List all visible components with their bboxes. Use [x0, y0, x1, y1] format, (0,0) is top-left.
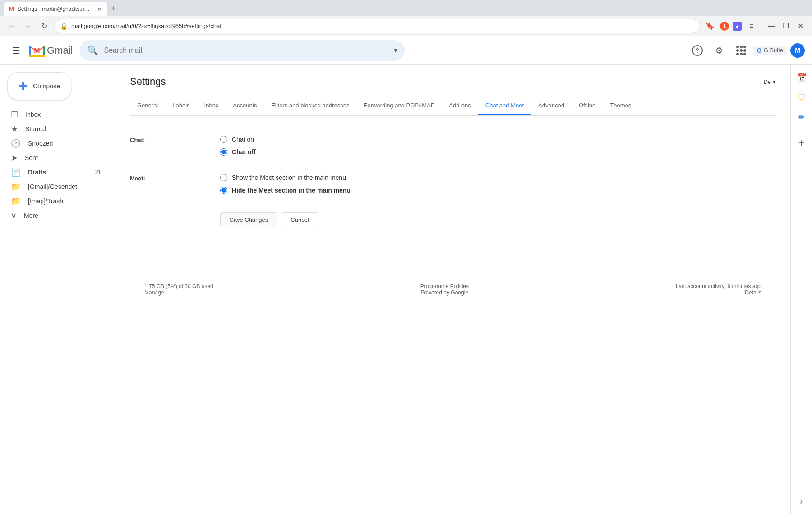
button-row: Save Changes Cancel: [130, 203, 776, 236]
settings-button[interactable]: ⚙: [710, 41, 728, 60]
tab-offline[interactable]: Offline: [572, 96, 603, 115]
nav-forward-button[interactable]: →: [22, 20, 34, 32]
save-changes-button[interactable]: Save Changes: [220, 212, 277, 227]
sidebar-item-starred[interactable]: ★ Starred: [0, 122, 108, 136]
back-icon: ←: [8, 22, 15, 30]
sidebar-item-more[interactable]: ∨ More: [0, 208, 108, 223]
menu-icon: ≡: [749, 22, 753, 30]
add-icon: +: [798, 137, 804, 149]
compose-label: Compose: [33, 83, 60, 90]
calendar-button[interactable]: 📅: [793, 69, 811, 87]
storage-text: 1.75 GB (5%) of 30 GB used: [144, 283, 213, 289]
tab-labels[interactable]: Labels: [165, 96, 197, 115]
meet-label: Meet:: [130, 174, 220, 182]
hamburger-icon: ☰: [12, 45, 20, 56]
cancel-button[interactable]: Cancel: [281, 212, 318, 227]
edit-button[interactable]: ✏: [793, 108, 811, 126]
compose-plus-icon: ✚: [18, 80, 28, 92]
starred-icon: ★: [11, 124, 18, 134]
apps-icon: [736, 46, 745, 55]
gsuite-badge[interactable]: G G Suite: [753, 46, 787, 55]
lang-dropdown-icon: ▾: [773, 78, 776, 85]
inbox-icon: ☐: [11, 110, 18, 119]
meet-show-label: Show the Meet section in the main menu: [232, 174, 346, 181]
tab-close-icon[interactable]: ✕: [97, 6, 102, 13]
browser-tab-active[interactable]: M Settings - martin@ghacks.net - G ✕: [4, 2, 107, 16]
sent-icon: ➤: [11, 153, 18, 163]
right-sidebar: 📅 🛡 ✏ + ›: [790, 65, 812, 514]
sidebar-item-inbox[interactable]: ☐ Inbox: [0, 107, 108, 122]
chat-on-option[interactable]: Chat on: [220, 136, 776, 143]
trash-icon: 📁: [11, 196, 21, 206]
chat-on-radio[interactable]: [220, 136, 227, 143]
minimize-button[interactable]: —: [765, 20, 778, 32]
help-button[interactable]: ?: [688, 41, 706, 60]
gsuite-label: G Suite: [764, 47, 783, 54]
address-bar[interactable]: 🔒 mail.google.com/mail/u/0/?zx=8iqxazdt9…: [54, 19, 700, 33]
chat-off-option[interactable]: Chat off: [220, 148, 776, 156]
shield-button[interactable]: 🛡: [793, 88, 811, 106]
tab-advanced[interactable]: Advanced: [531, 96, 572, 115]
browser-menu-button[interactable]: ≡: [745, 20, 758, 32]
details-link[interactable]: Details: [745, 289, 761, 296]
language-selector[interactable]: De ▾: [763, 78, 776, 85]
tab-accounts[interactable]: Accounts: [226, 96, 264, 115]
shield-icon: 🛡: [798, 93, 806, 102]
meet-show-option[interactable]: Show the Meet section in the main menu: [220, 174, 776, 181]
meet-show-radio[interactable]: [220, 174, 227, 181]
expand-button[interactable]: ›: [793, 492, 811, 510]
new-tab-button[interactable]: +: [107, 4, 120, 13]
close-button[interactable]: ✕: [794, 20, 807, 32]
meet-settings-row: Meet: Show the Meet section in the main …: [130, 165, 776, 203]
bookmark-button[interactable]: 🔖: [704, 20, 716, 32]
tab-filters[interactable]: Filters and blocked addresses: [264, 96, 357, 115]
lock-icon: 🔒: [60, 23, 68, 30]
settings-title: Settings: [130, 76, 166, 87]
bookmark-icon: 🔖: [706, 22, 715, 30]
nav-back-button[interactable]: ←: [5, 20, 18, 32]
maximize-button[interactable]: ❐: [780, 20, 792, 32]
chat-off-label: Chat off: [232, 148, 256, 156]
inbox-label: Inbox: [25, 111, 41, 118]
tab-general[interactable]: General: [130, 96, 165, 115]
sidebar-item-snoozed[interactable]: 🕐 Snoozed: [0, 136, 108, 151]
sidebar-item-sent[interactable]: ➤ Sent: [0, 151, 108, 165]
forward-icon: →: [24, 22, 32, 30]
settings-footer: 1.75 GB (5%) of 30 GB used Manage Progra…: [130, 272, 776, 307]
tab-themes[interactable]: Themes: [603, 96, 638, 115]
content-area: ✚ Compose ☐ Inbox ★ Starred 🕐 Snoozed ➤ …: [0, 65, 812, 514]
settings-icon: ⚙: [715, 45, 723, 56]
chat-on-label: Chat on: [232, 136, 254, 143]
footer-center: Programme Policies Powered by Google: [420, 283, 469, 296]
search-input[interactable]: [104, 46, 388, 55]
gesendet-icon: 📁: [11, 182, 21, 192]
nav-refresh-button[interactable]: ↻: [38, 20, 51, 32]
tab-title: Settings - martin@ghacks.net - G: [18, 6, 90, 12]
extension-icon: ▲: [733, 22, 742, 31]
meet-hide-option[interactable]: Hide the Meet section in the main menu: [220, 187, 776, 194]
manage-link[interactable]: Manage: [144, 289, 164, 296]
gsuite-g: G: [757, 47, 762, 54]
meet-options: Show the Meet section in the main menu H…: [220, 174, 776, 194]
meet-hide-radio[interactable]: [220, 187, 227, 194]
chat-options: Chat on Chat off: [220, 136, 776, 156]
tab-chat[interactable]: Chat and Meet: [478, 96, 531, 115]
compose-button[interactable]: ✚ Compose: [7, 72, 71, 100]
search-bar[interactable]: 🔍 ▾: [80, 40, 405, 61]
tab-inbox[interactable]: Inbox: [197, 96, 226, 115]
chat-off-radio[interactable]: [220, 148, 227, 156]
tab-addons[interactable]: Add-ons: [442, 96, 478, 115]
gmail-app: ☰ M Gmail 🔍 ▾ ? ⚙: [0, 36, 812, 514]
sidebar-item-trash[interactable]: 📁 [Imap]/Trash: [0, 194, 108, 208]
search-dropdown-icon[interactable]: ▾: [394, 46, 397, 55]
calendar-icon: 📅: [797, 73, 807, 83]
tab-forwarding[interactable]: Forwarding and POP/IMAP: [357, 96, 442, 115]
tab-favicon: M: [9, 6, 14, 13]
sidebar-item-gesendet[interactable]: 📁 [Gmail]/Gesendet: [0, 179, 108, 194]
apps-button[interactable]: [732, 41, 750, 60]
policies-link[interactable]: Programme Policies: [420, 283, 469, 289]
sidebar-item-drafts[interactable]: 📄 Drafts 21: [0, 165, 108, 179]
user-avatar[interactable]: M: [790, 43, 805, 58]
add-button[interactable]: +: [793, 134, 811, 152]
hamburger-button[interactable]: ☰: [7, 41, 25, 60]
